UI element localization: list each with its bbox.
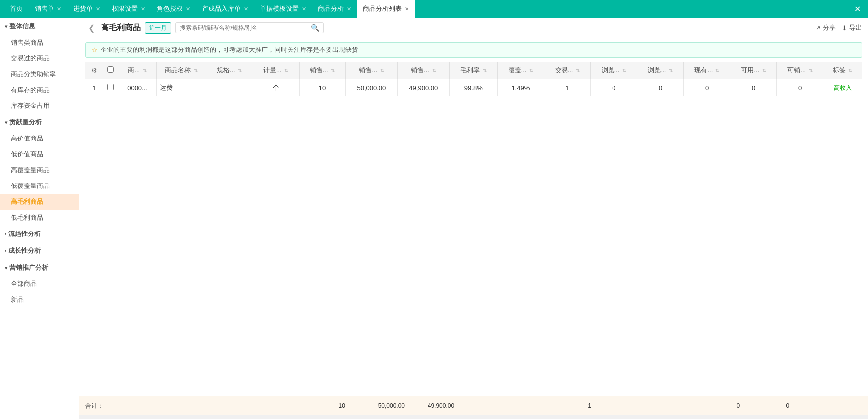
sort-icon: ⇅ — [576, 68, 580, 73]
nav-product-analysis[interactable]: 商品分析 ✕ — [312, 0, 357, 18]
footer-current-stock: 0 — [714, 400, 763, 411]
sort-icon: ⇅ — [529, 68, 533, 73]
footer-sale-qty: 10 — [317, 400, 366, 411]
sidebar-group-contribution[interactable]: ▾ 贡献量分析 — [0, 114, 79, 131]
page-title: 高毛利商品 — [101, 23, 141, 33]
table-header-row: ⚙ 商... ⇅ 商品名称 ⇅ — [85, 62, 862, 79]
close-icon[interactable]: ✕ — [405, 6, 409, 12]
close-icon[interactable]: ✕ — [186, 6, 190, 12]
sidebar-group-overall[interactable]: ▾ 整体信息 — [0, 18, 79, 35]
sidebar-item-high-coverage[interactable]: 高覆盖量商品 — [0, 162, 79, 178]
th-unit[interactable]: 计量... ⇅ — [253, 62, 299, 79]
select-all-checkbox[interactable] — [107, 66, 114, 73]
th-gross-rate[interactable]: 毛利率 ⇅ — [450, 62, 498, 79]
nav-product-storage[interactable]: 产成品入库单 ✕ — [196, 0, 254, 18]
th-avail-stock[interactable]: 可用... ⇅ — [730, 62, 777, 79]
collapse-arrow-icon: ▾ — [5, 24, 7, 29]
th-sale-cost[interactable]: 销售... ⇅ — [398, 62, 450, 79]
search-input[interactable] — [180, 24, 309, 31]
th-sale-amt[interactable]: 销售... ⇅ — [346, 62, 398, 79]
cell-index: 1 — [85, 79, 103, 96]
th-trade-count[interactable]: 交易... ⇅ — [544, 62, 591, 79]
tag-badge: 高收入 — [834, 84, 852, 91]
nav-product-analysis-list[interactable]: 商品分析列表 ✕ — [357, 0, 415, 18]
cell-current-stock: 0 — [684, 79, 730, 96]
th-code[interactable]: 商... ⇅ — [118, 62, 156, 79]
cell-sale-qty: 10 — [299, 79, 346, 96]
sidebar-item-in-stock[interactable]: 有库存的商品 — [0, 82, 79, 98]
footer-label: 合计： — [85, 402, 125, 410]
window-close-button[interactable]: ✕ — [850, 2, 864, 16]
th-index: ⚙ — [85, 62, 103, 79]
nav-purchase[interactable]: 进货单 ✕ — [67, 0, 106, 18]
sort-icon: ⇅ — [715, 68, 719, 73]
cell-gross-rate: 99.8% — [450, 79, 498, 96]
product-table: ⚙ 商... ⇅ 商品名称 ⇅ — [85, 62, 862, 96]
cell-code: 0000... — [118, 79, 156, 96]
sidebar: ▾ 整体信息 销售类商品 交易过的商品 商品分类助销率 有库存的商品 库存资金占… — [0, 18, 79, 419]
table-footer: 合计： 10 50,000.00 49,900.00 1 0 0 — [79, 396, 868, 415]
sidebar-item-low-coverage[interactable]: 低覆盖量商品 — [0, 178, 79, 194]
th-saleable-stock[interactable]: 可销... ⇅ — [777, 62, 823, 79]
nav-home[interactable]: 首页 — [4, 0, 29, 18]
sort-icon: ⇅ — [238, 68, 242, 73]
nav-role[interactable]: 角色授权 ✕ — [151, 0, 196, 18]
browse1-link[interactable]: 0 — [612, 84, 615, 92]
th-browse2[interactable]: 浏览... ⇅ — [637, 62, 684, 79]
settings-icon[interactable]: ⚙ — [91, 67, 97, 74]
search-icon[interactable]: 🔍 — [311, 24, 319, 32]
sidebar-item-low-margin[interactable]: 低毛利商品 — [0, 210, 79, 226]
top-nav: 首页 销售单 ✕ 进货单 ✕ 权限设置 ✕ 角色授权 ✕ 产成品入库单 ✕ 单据… — [0, 0, 868, 18]
export-icon: ⬇ — [842, 24, 847, 32]
row-checkbox[interactable] — [107, 84, 114, 90]
sidebar-group-marketing[interactable]: ▾ 营销推广分析 — [0, 259, 79, 276]
sidebar-toggle-button[interactable]: ❮ — [85, 22, 97, 34]
sidebar-item-sales-products[interactable]: 销售类商品 — [0, 35, 79, 50]
sidebar-item-high-margin[interactable]: 高毛利商品 — [0, 194, 79, 210]
sidebar-item-category-rate[interactable]: 商品分类助销率 — [0, 66, 79, 82]
collapse-arrow-icon: › — [5, 248, 6, 254]
close-icon[interactable]: ✕ — [244, 6, 248, 12]
close-icon[interactable]: ✕ — [141, 6, 145, 12]
collapse-arrow-icon: ▾ — [5, 120, 7, 125]
sidebar-item-new-products[interactable]: 新品 — [0, 292, 79, 308]
horizontal-scrollbar[interactable] — [79, 415, 868, 419]
th-coverage[interactable]: 覆盖... ⇅ — [498, 62, 544, 79]
close-icon[interactable]: ✕ — [57, 6, 61, 12]
close-icon[interactable]: ✕ — [96, 6, 100, 12]
info-banner: ☆ 企业的主要的利润都是这部分商品创造的，可考虑加大推广，同时关注库存是不要出现… — [85, 42, 862, 58]
table-container[interactable]: ⚙ 商... ⇅ 商品名称 ⇅ — [79, 62, 868, 396]
sidebar-item-inventory-funds[interactable]: 库存资金占用 — [0, 98, 79, 114]
nav-template[interactable]: 单据模板设置 ✕ — [254, 0, 312, 18]
th-current-stock[interactable]: 现有... ⇅ — [684, 62, 730, 79]
collapse-arrow-icon: › — [5, 232, 6, 237]
th-name[interactable]: 商品名称 ⇅ — [156, 62, 206, 79]
sidebar-item-traded-products[interactable]: 交易过的商品 — [0, 50, 79, 66]
th-browse1[interactable]: 浏览... ⇅ — [591, 62, 637, 79]
sidebar-group-growth[interactable]: › 成长性分析 — [0, 242, 79, 259]
cell-name: 运费 — [156, 79, 206, 96]
th-tag[interactable]: 标签 ⇅ — [823, 62, 862, 79]
th-sale-qty[interactable]: 销售... ⇅ — [299, 62, 346, 79]
period-last-month-button[interactable]: 近一月 — [145, 22, 171, 34]
nav-sales[interactable]: 销售单 ✕ — [29, 0, 67, 18]
sort-icon: ⇅ — [669, 68, 673, 73]
sidebar-item-all-products[interactable]: 全部商品 — [0, 276, 79, 292]
sort-icon: ⇅ — [380, 68, 384, 73]
footer-trade-count: 1 — [565, 400, 614, 411]
th-spec[interactable]: 规格... ⇅ — [206, 62, 253, 79]
footer-sale-cost: 49,900.00 — [416, 400, 465, 411]
sidebar-item-low-value[interactable]: 低价值商品 — [0, 146, 79, 162]
close-icon[interactable]: ✕ — [302, 6, 306, 12]
footer-sale-amt: 50,000.00 — [366, 400, 416, 411]
sort-icon: ⇅ — [284, 68, 288, 73]
share-button[interactable]: ↗ 分享 — [816, 23, 836, 32]
table-row: 1 0000... 运费 个 10 50,000.00 49,900.00 99 — [85, 79, 862, 96]
close-icon[interactable]: ✕ — [347, 6, 351, 12]
cell-tag: 高收入 — [823, 79, 862, 96]
nav-permission[interactable]: 权限设置 ✕ — [106, 0, 151, 18]
sidebar-item-high-value[interactable]: 高价值商品 — [0, 131, 79, 146]
sidebar-group-trend[interactable]: › 流趋性分析 — [0, 226, 79, 242]
export-button[interactable]: ⬇ 导出 — [842, 23, 862, 32]
sort-icon: ⇅ — [194, 68, 198, 73]
